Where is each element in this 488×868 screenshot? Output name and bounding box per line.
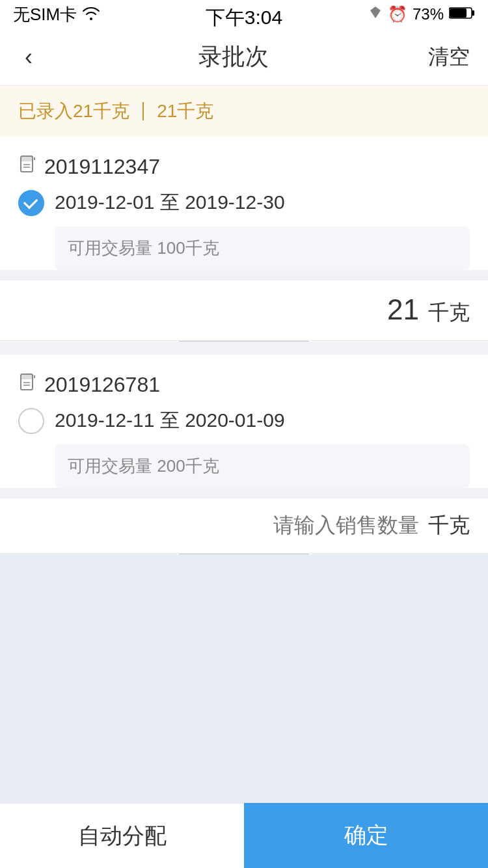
batch-item-1: 2019112347 2019-12-01 至 2019-12-30 可用交易量… — [0, 137, 488, 270]
back-button[interactable]: ‹ — [18, 37, 39, 77]
svg-rect-4 — [21, 156, 33, 161]
empty-area — [0, 554, 488, 841]
auto-distribute-button[interactable]: 自动分配 — [0, 803, 244, 868]
radio-btn-2[interactable] — [18, 408, 44, 434]
batch-date-2: 2019-12-11 至 2020-01-09 — [55, 407, 285, 434]
bottom-bar: 自动分配 确定 — [0, 803, 488, 868]
avail-box-2: 可用交易量 200千克 — [55, 444, 470, 488]
section-gap — [0, 342, 488, 355]
status-left: 无SIM卡 — [13, 3, 100, 26]
avail-box-1: 可用交易量 100千克 — [55, 226, 470, 270]
batch-id-1: 2019112347 — [44, 155, 160, 179]
batch-item-2: 2019126781 2019-12-11 至 2020-01-09 可用交易量… — [0, 355, 488, 488]
status-right: ⏰ 73% — [368, 5, 475, 23]
battery-text: 73% — [413, 5, 444, 23]
batch-header-1: 2019112347 — [18, 155, 470, 179]
radio-btn-1[interactable] — [18, 190, 44, 216]
total-amount: 21千克 — [157, 99, 213, 124]
sim-text: 无SIM卡 — [13, 3, 77, 26]
svg-rect-2 — [450, 8, 467, 18]
batch-date-1: 2019-12-01 至 2019-12-30 — [55, 189, 285, 216]
amount-row-1: 21 千克 — [0, 280, 488, 341]
unit-label-2: 千克 — [428, 511, 470, 540]
batch-date-row-2[interactable]: 2019-12-11 至 2020-01-09 — [18, 407, 470, 434]
svg-rect-10 — [21, 374, 33, 379]
batch-id-2: 2019126781 — [44, 373, 160, 397]
status-bar: 无SIM卡 下午3:04 ⏰ 73% — [0, 0, 488, 29]
batch-date-row-1[interactable]: 2019-12-01 至 2019-12-30 — [18, 189, 470, 216]
info-banner: 已录入21千克 21千克 — [0, 86, 488, 137]
confirm-button[interactable]: 确定 — [244, 803, 488, 868]
input-row-2: 千克 — [0, 498, 488, 554]
battery-icon — [449, 5, 475, 23]
doc-icon-1 — [18, 155, 38, 179]
amount-unit-1: 千克 — [428, 299, 470, 327]
recorded-amount: 已录入21千克 — [18, 99, 129, 124]
clear-button[interactable]: 清空 — [428, 43, 470, 72]
svg-rect-1 — [472, 10, 474, 16]
avail-text-2: 可用交易量 200千克 — [68, 456, 219, 476]
doc-icon-2 — [18, 373, 38, 397]
location-icon — [368, 5, 383, 23]
quantity-input-2[interactable] — [18, 513, 419, 537]
info-divider — [142, 102, 144, 120]
alarm-icon: ⏰ — [388, 5, 407, 23]
nav-bar: ‹ 录批次 清空 — [0, 29, 488, 86]
wifi-icon — [82, 5, 100, 25]
page-title: 录批次 — [198, 41, 269, 73]
status-time: 下午3:04 — [206, 5, 282, 31]
amount-value-1: 21 — [387, 293, 419, 326]
avail-text-1: 可用交易量 100千克 — [68, 238, 219, 258]
batch-header-2: 2019126781 — [18, 373, 470, 397]
